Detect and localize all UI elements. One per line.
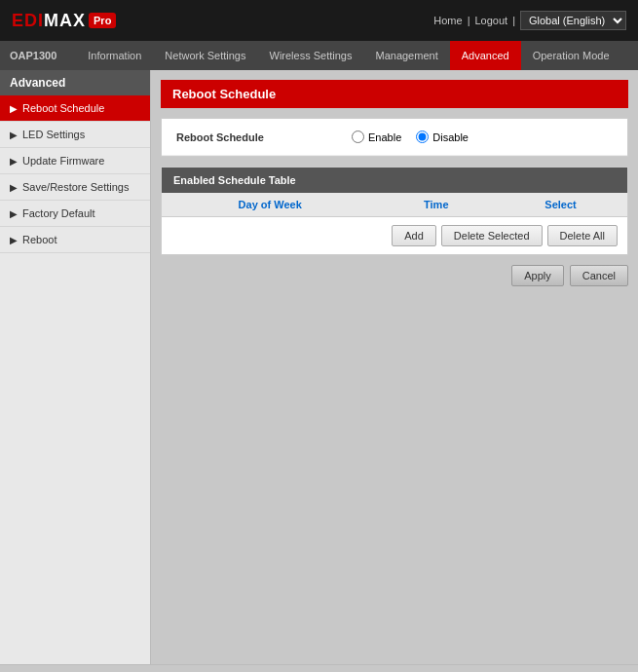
- nav-item-network-settings[interactable]: Network Settings: [153, 41, 257, 70]
- disable-radio-label[interactable]: Disable: [416, 131, 469, 143]
- arrow-icon: ▶: [10, 130, 18, 140]
- sidebar-item-update-firmware[interactable]: ▶ Update Firmware: [0, 148, 150, 174]
- delete-selected-button[interactable]: Delete Selected: [441, 225, 543, 246]
- home-link[interactable]: Home: [433, 15, 462, 26]
- footer: Copyright 2017 © EDIMAX Technology Co., …: [0, 664, 638, 672]
- separator1: |: [468, 15, 470, 26]
- arrow-icon: ▶: [10, 235, 18, 245]
- schedule-table-container: Enabled Schedule Table Day of Week Time …: [161, 167, 628, 255]
- enable-radio[interactable]: [352, 131, 364, 143]
- enable-label: Enable: [368, 131, 401, 143]
- navbar: OAP1300 Information Network Settings Wir…: [0, 41, 638, 70]
- sidebar-item-reboot-schedule[interactable]: ▶ Reboot Schedule: [0, 95, 150, 122]
- enable-radio-label[interactable]: Enable: [352, 131, 401, 143]
- apply-button[interactable]: Apply: [511, 265, 564, 286]
- arrow-icon: ▶: [10, 103, 18, 114]
- sidebar-item-save-restore[interactable]: ▶ Save/Restore Settings: [0, 174, 150, 201]
- col-day-of-week: Day of Week: [162, 193, 378, 217]
- header: EDIMAX Pro Home | Logout | Global (Engli…: [0, 0, 638, 41]
- delete-all-button[interactable]: Delete All: [547, 225, 618, 246]
- logout-link[interactable]: Logout: [474, 15, 507, 26]
- separator2: |: [512, 15, 515, 26]
- sidebar-item-reboot-label: Reboot: [22, 234, 56, 245]
- disable-label: Disable: [432, 131, 469, 143]
- table-header: Enabled Schedule Table: [162, 168, 627, 193]
- sidebar-item-reboot[interactable]: ▶ Reboot: [0, 227, 150, 253]
- sidebar: Advanced ▶ Reboot Schedule ▶ LED Setting…: [0, 70, 151, 664]
- header-links: Home | Logout | Global (English): [433, 11, 626, 30]
- nav-item-operation-mode[interactable]: Operation Mode: [521, 41, 621, 70]
- sidebar-item-factory-default-label: Factory Default: [22, 207, 95, 219]
- model-label: OAP1300: [10, 50, 56, 61]
- sidebar-item-factory-default[interactable]: ▶ Factory Default: [0, 201, 150, 227]
- nav-item-information[interactable]: Information: [76, 41, 153, 70]
- language-select[interactable]: Global (English): [520, 11, 626, 30]
- main-container: Advanced ▶ Reboot Schedule ▶ LED Setting…: [0, 70, 638, 664]
- reboot-schedule-label: Reboot Schedule: [176, 131, 352, 143]
- sidebar-item-led-settings[interactable]: ▶ LED Settings: [0, 122, 150, 148]
- nav-item-advanced[interactable]: Advanced: [450, 41, 521, 70]
- content-area: Reboot Schedule Reboot Schedule Enable D…: [151, 70, 638, 664]
- reboot-schedule-panel: Reboot Schedule Enable Disable: [161, 118, 628, 157]
- sidebar-item-update-firmware-label: Update Firmware: [22, 155, 104, 167]
- sidebar-item-led-settings-label: LED Settings: [22, 129, 85, 140]
- arrow-icon: ▶: [10, 182, 18, 193]
- sidebar-header: Advanced: [0, 70, 150, 95]
- col-time: Time: [378, 193, 494, 217]
- table-actions: Add Delete Selected Delete All: [162, 217, 627, 254]
- page-title: Reboot Schedule: [161, 80, 628, 108]
- schedule-table: Day of Week Time Select: [162, 193, 627, 217]
- nav-items: Information Network Settings Wireless Se…: [76, 41, 620, 70]
- nav-item-management[interactable]: Management: [363, 41, 449, 70]
- table-header-row: Day of Week Time Select: [162, 193, 627, 217]
- arrow-icon: ▶: [10, 156, 18, 167]
- add-button[interactable]: Add: [392, 225, 436, 246]
- brand-name: EDIMAX: [12, 11, 86, 31]
- pro-badge: Pro: [89, 13, 116, 28]
- disable-radio[interactable]: [416, 131, 429, 143]
- arrow-icon: ▶: [10, 208, 18, 219]
- footer-actions: Apply Cancel: [161, 255, 628, 296]
- sidebar-item-reboot-schedule-label: Reboot Schedule: [22, 102, 104, 114]
- reboot-schedule-row: Reboot Schedule Enable Disable: [162, 119, 627, 156]
- sidebar-item-save-restore-label: Save/Restore Settings: [22, 181, 129, 193]
- reboot-schedule-controls: Enable Disable: [352, 131, 469, 143]
- nav-item-wireless-settings[interactable]: Wireless Settings: [258, 41, 364, 70]
- col-select: Select: [494, 193, 627, 217]
- logo: EDIMAX Pro: [12, 11, 116, 31]
- cancel-button[interactable]: Cancel: [570, 265, 628, 286]
